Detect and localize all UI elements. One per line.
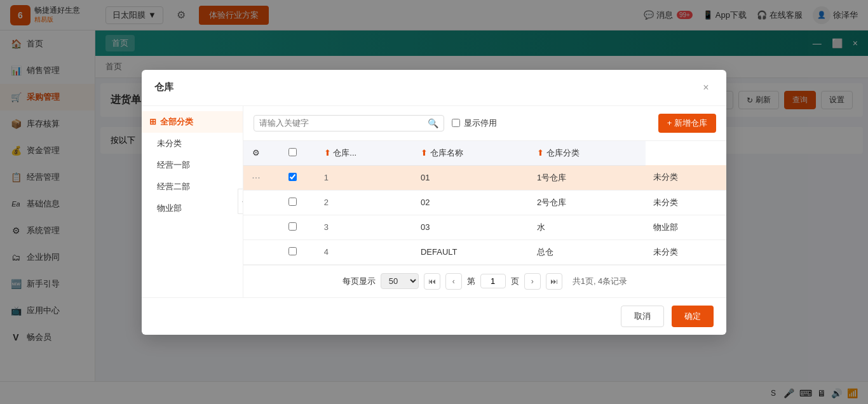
page-unit: 页 xyxy=(511,276,519,287)
row-category: 未分类 xyxy=(646,239,726,264)
row-code: 01 xyxy=(413,165,529,190)
total-info: 共1页, 4条记录 xyxy=(573,276,628,287)
row-name: 总仓 xyxy=(529,239,646,264)
row-category: 未分类 xyxy=(646,190,726,215)
row-checkbox[interactable] xyxy=(288,247,297,255)
prev-page-button[interactable]: ‹ xyxy=(445,273,462,290)
modal-right: 🔍 显示停用 + 新增仓库 ⚙ xyxy=(243,106,726,297)
row-name: 1号仓库 xyxy=(529,165,646,190)
col-gear: ⚙ xyxy=(243,141,269,166)
row-checkbox-cell xyxy=(269,239,316,264)
cancel-button[interactable]: 取消 xyxy=(621,306,664,327)
show-disabled-text: 显示停用 xyxy=(464,118,497,129)
modal-pagination: 每页显示 50 10 20 100 ⏮ ‹ 第 页 › ⏭ 共1页, 4条记录 xyxy=(243,265,726,297)
row-checkbox-cell xyxy=(269,190,316,215)
category-property[interactable]: 物业部 xyxy=(142,198,243,219)
all-category[interactable]: ⊞ 全部分类 xyxy=(142,111,243,133)
category-panel: ⊞ 全部分类 未分类 经营一部 经营二部 物业部 « xyxy=(142,106,243,297)
per-page-label: 每页显示 xyxy=(342,276,376,287)
row-name: 水 xyxy=(529,215,646,239)
row-number: 2 xyxy=(316,190,413,215)
col-code[interactable]: ⬆ 仓库... xyxy=(316,141,413,166)
add-warehouse-button[interactable]: + 新增仓库 xyxy=(658,114,716,133)
row-checkbox-cell xyxy=(269,215,316,239)
search-input-wrap: 🔍 xyxy=(254,115,444,131)
modal-overlay[interactable]: 仓库 × ⊞ 全部分类 未分类 经营一部 经营二部 物业部 « xyxy=(0,0,868,404)
per-page-select[interactable]: 50 10 20 100 xyxy=(381,273,419,289)
row-category: 未分类 xyxy=(646,165,726,190)
modal-header: 仓库 × xyxy=(142,70,726,106)
modal-body: ⊞ 全部分类 未分类 经营一部 经营二部 物业部 « 🔍 xyxy=(142,106,726,297)
modal-footer: 取消 确定 xyxy=(142,297,726,335)
row-actions xyxy=(243,215,269,239)
show-disabled-label[interactable]: 显示停用 xyxy=(452,118,497,129)
row-actions xyxy=(243,190,269,215)
row-code: 02 xyxy=(413,190,529,215)
search-icon[interactable]: 🔍 xyxy=(428,118,438,128)
row-checkbox[interactable] xyxy=(288,222,297,231)
row-number: 1 xyxy=(316,165,413,190)
row-code: 03 xyxy=(413,215,529,239)
table-row[interactable]: 4 DEFAULT 总仓 未分类 xyxy=(243,239,726,264)
row-name: 2号仓库 xyxy=(529,190,646,215)
warehouse-modal: 仓库 × ⊞ 全部分类 未分类 经营一部 经营二部 物业部 « xyxy=(142,70,726,335)
row-number: 3 xyxy=(316,215,413,239)
table-row[interactable]: 3 03 水 物业部 xyxy=(243,215,726,239)
warehouse-table-wrap: ⚙ ⬆ 仓库... ⬆ xyxy=(243,141,726,265)
row-checkbox[interactable] xyxy=(288,198,297,206)
gear-icon: ⚙ xyxy=(252,148,260,158)
search-input[interactable] xyxy=(259,118,424,128)
modal-toolbar: 🔍 显示停用 + 新增仓库 xyxy=(243,106,726,141)
modal-close-button[interactable]: × xyxy=(698,80,714,95)
row-checkbox[interactable] xyxy=(288,173,297,181)
table-row[interactable]: 2 02 2号仓库 未分类 xyxy=(243,190,726,215)
category-dept1[interactable]: 经营一部 xyxy=(142,154,243,176)
col-name[interactable]: ⬆ 仓库名称 xyxy=(413,141,529,166)
grid-icon: ⊞ xyxy=(149,117,156,126)
page-text: 第 xyxy=(467,276,475,287)
col-check xyxy=(269,141,316,166)
all-category-label: 全部分类 xyxy=(160,116,193,128)
row-number: 4 xyxy=(316,239,413,264)
warehouse-table: ⚙ ⬆ 仓库... ⬆ xyxy=(243,141,726,265)
category-uncategorized[interactable]: 未分类 xyxy=(142,133,243,154)
category-dept2[interactable]: 经营二部 xyxy=(142,176,243,198)
current-page-input[interactable] xyxy=(480,274,506,288)
row-code: DEFAULT xyxy=(413,239,529,264)
modal-title: 仓库 xyxy=(154,81,173,93)
first-page-button[interactable]: ⏮ xyxy=(424,273,440,290)
row-category: 物业部 xyxy=(646,215,726,239)
last-page-button[interactable]: ⏭ xyxy=(546,273,562,290)
select-all-checkbox[interactable] xyxy=(288,148,297,156)
row-menu-button[interactable]: ··· xyxy=(252,172,260,183)
row-checkbox-cell xyxy=(269,165,316,190)
category-collapse-button[interactable]: « xyxy=(238,189,243,214)
show-disabled-checkbox[interactable] xyxy=(452,119,460,127)
col-category[interactable]: ⬆ 仓库分类 xyxy=(529,141,646,166)
row-actions: ··· xyxy=(243,165,269,190)
table-row[interactable]: ··· 1 01 1号仓库 未分类 xyxy=(243,165,726,190)
row-actions xyxy=(243,239,269,264)
confirm-button[interactable]: 确定 xyxy=(672,306,714,327)
next-page-button[interactable]: › xyxy=(524,273,541,290)
